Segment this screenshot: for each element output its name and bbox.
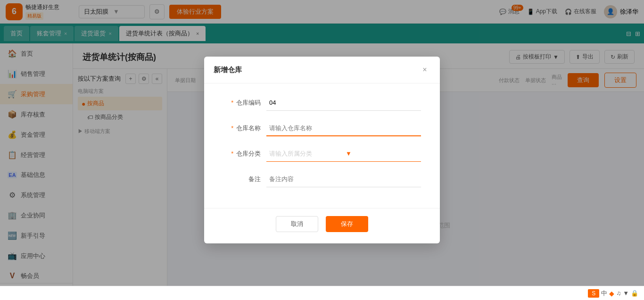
save-button[interactable]: 保存	[326, 216, 368, 232]
status-bar-right: S 中 ◆ ♫ ▼ 🔒	[588, 289, 638, 298]
category-select[interactable]: 请输入所属分类 ▼	[266, 146, 421, 162]
modal-header: 新增仓库 ×	[204, 57, 440, 83]
modal-footer: 取消 保存	[204, 208, 440, 243]
category-dropdown-arrow: ▼	[343, 150, 419, 157]
modal-title: 新增仓库	[214, 66, 242, 75]
code-required: *	[231, 99, 233, 106]
status-s-logo: S	[588, 289, 599, 298]
category-required: *	[231, 150, 233, 157]
code-input[interactable]	[266, 95, 421, 111]
status-chinese: 中	[601, 289, 607, 298]
form-row-code: * 仓库编码	[223, 95, 421, 111]
new-warehouse-modal: 新增仓库 × * 仓库编码 * 仓库名称	[204, 57, 440, 243]
status-music: ♫	[616, 290, 621, 297]
cancel-button[interactable]: 取消	[276, 216, 318, 232]
modal-close-button[interactable]: ×	[419, 64, 430, 75]
modal-overlay: 新增仓库 × * 仓库编码 * 仓库名称	[0, 0, 644, 300]
remark-label: 备注	[223, 175, 261, 183]
modal-body: * 仓库编码 * 仓库名称 * 仓库分类 请输入	[204, 83, 440, 208]
category-placeholder: 请输入所属分类	[266, 150, 343, 158]
remark-input[interactable]	[266, 171, 421, 187]
form-row-remark: 备注	[223, 171, 421, 187]
status-lock: 🔒	[631, 290, 638, 297]
status-bar: S 中 ◆ ♫ ▼ 🔒	[0, 286, 644, 300]
name-input[interactable]	[266, 120, 421, 136]
form-row-category: * 仓库分类 请输入所属分类 ▼	[223, 146, 421, 162]
code-label: * 仓库编码	[223, 99, 261, 107]
status-arrow: ▼	[623, 290, 629, 297]
name-required: *	[231, 125, 233, 132]
status-diamond: ◆	[609, 290, 614, 297]
name-label: * 仓库名称	[223, 124, 261, 133]
form-row-name: * 仓库名称	[223, 120, 421, 136]
category-label: * 仓库分类	[223, 150, 261, 158]
